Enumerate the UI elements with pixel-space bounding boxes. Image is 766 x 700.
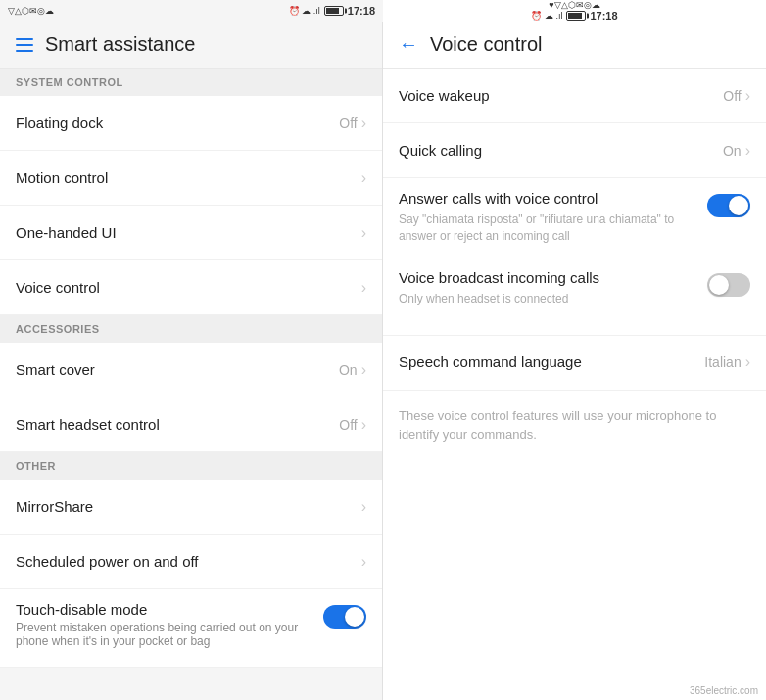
left-panel-header: Smart assistance [0,22,382,69]
right-panel-header: ← Voice control [383,22,766,69]
floating-dock-label: Floating dock [16,115,103,131]
voice-broadcast-subtitle: Only when headset is connected [399,291,699,307]
list-item-smart-headset[interactable]: Smart headset control Off › [0,397,382,452]
right-panel-title: Voice control [430,33,543,56]
left-battery [324,6,344,16]
voice-wakeup-value: Off [723,88,741,104]
smart-cover-chevron: › [361,361,366,379]
list-item-touch-disable[interactable]: Touch-disable mode Prevent mistaken oper… [0,589,382,668]
right-battery [566,11,586,21]
list-item-smart-cover[interactable]: Smart cover On › [0,343,382,397]
list-item-mirrorshare[interactable]: MirrorShare › [0,480,382,535]
right-panel: ← Voice control Voice wakeup Off › Quick… [383,22,766,700]
motion-control-chevron: › [361,169,366,187]
smart-headset-value: Off [339,417,357,433]
voice-wakeup-title: Voice wakeup [399,87,490,104]
touch-disable-toggle[interactable] [323,605,366,629]
smart-cover-value: On [339,362,358,378]
quick-calling-title: Quick calling [399,142,482,159]
touch-disable-title: Touch-disable mode [16,601,147,618]
answer-calls-title: Answer calls with voice control [399,190,598,207]
scheduled-power-label: Scheduled power on and off [16,553,199,570]
right-item-quick-calling[interactable]: Quick calling On › [383,123,766,178]
speech-language-value: Italian [704,354,741,370]
smart-cover-label: Smart cover [16,361,95,378]
list-item-one-handed-ui[interactable]: One-handed UI › [0,206,382,260]
answer-calls-toggle[interactable] [707,194,750,217]
voice-control-chevron: › [361,279,366,297]
section-header-system: SYSTEM CONTROL [0,69,382,96]
scheduled-power-chevron: › [361,553,366,571]
right-time: 17:18 [590,10,617,22]
list-item-motion-control[interactable]: Motion control › [0,151,382,206]
watermark: 365electric.com [690,685,758,696]
back-arrow-icon[interactable]: ← [399,33,418,56]
left-panel: Smart assistance SYSTEM CONTROL Floating… [0,22,383,700]
answer-calls-knob [729,196,748,215]
section-header-other: OTHER [0,452,382,480]
right-status-icons: ♥▽△⬡✉◎☁ [549,0,599,10]
right-status-bar: ♥▽△⬡✉◎☁ ⏰ ☁ .ıl 17:18 [383,0,766,22]
answer-calls-subtitle: Say "chiamata risposta" or "rifiutare un… [399,211,699,245]
right-item-voice-broadcast[interactable]: Voice broadcast incoming calls Only when… [383,257,766,336]
floating-dock-chevron: › [361,115,366,132]
voice-broadcast-title: Voice broadcast incoming calls [399,269,599,286]
hamburger-menu-icon[interactable] [16,38,33,52]
voice-broadcast-toggle[interactable] [707,273,750,297]
smart-headset-label: Smart headset control [16,416,160,433]
list-item-scheduled-power[interactable]: Scheduled power on and off › [0,535,382,589]
quick-calling-value: On [723,143,742,159]
right-item-answer-calls[interactable]: Answer calls with voice control Say "chi… [383,178,766,257]
smart-headset-chevron: › [361,416,366,434]
section-header-accessories: ACCESSORIES [0,315,382,343]
motion-control-label: Motion control [16,169,108,186]
touch-disable-subtitle: Prevent mistaken operations being carrie… [16,621,323,648]
status-bars: ▽△⬡✉◎☁ ⏰ ☁ .ıl 17:18 ♥▽△⬡✉◎☁ ⏰ ☁ .ıl 17:… [0,0,766,22]
one-handed-ui-label: One-handed UI [16,224,117,241]
touch-disable-knob [345,607,364,627]
left-panel-title: Smart assistance [45,33,195,56]
one-handed-ui-chevron: › [361,224,366,242]
list-item-floating-dock[interactable]: Floating dock Off › [0,96,382,151]
floating-dock-value: Off [339,116,357,131]
list-item-voice-control[interactable]: Voice control › [0,260,382,315]
left-status-bar: ▽△⬡✉◎☁ ⏰ ☁ .ıl 17:18 [0,0,383,22]
mirrorshare-chevron: › [361,498,366,516]
panels: Smart assistance SYSTEM CONTROL Floating… [0,22,766,700]
right-item-voice-wakeup[interactable]: Voice wakeup Off › [383,69,766,123]
left-status-icons: ▽△⬡✉◎☁ [8,6,54,16]
quick-calling-chevron: › [745,142,750,160]
speech-language-title: Speech command language [399,353,582,370]
speech-language-chevron: › [745,353,750,371]
left-time: 17:18 [348,5,375,17]
voice-wakeup-chevron: › [745,87,750,105]
voice-broadcast-knob [709,275,729,295]
voice-control-label: Voice control [16,279,100,296]
voice-note: These voice control features will use yo… [383,391,766,460]
mirrorshare-label: MirrorShare [16,498,93,515]
right-item-speech-language[interactable]: Speech command language Italian › [383,336,766,391]
